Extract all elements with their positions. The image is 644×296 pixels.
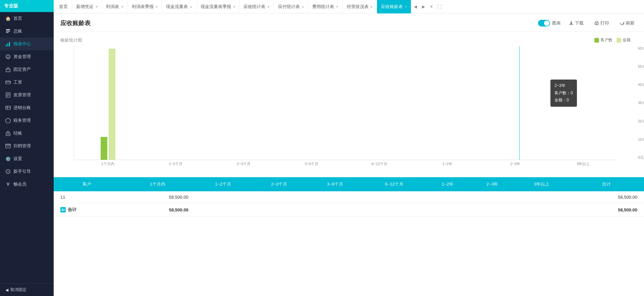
tax-icon — [5, 118, 11, 123]
svg-rect-5 — [9, 42, 10, 46]
x-label-6: 2~3年 — [481, 160, 549, 166]
sidebar-item-guide[interactable]: ? 新手引导 — [0, 165, 54, 178]
sidebar-item-invoice[interactable]: 发票管理 — [0, 89, 54, 101]
svg-rect-15 — [6, 106, 10, 109]
data-table: 客户 1个月内 1~2个月 2~3个月 3~6个月 6~12个月 1~2年 2~… — [54, 177, 644, 216]
svg-point-19 — [8, 134, 9, 135]
sidebar-item-home[interactable]: 🏠 首页 — [0, 12, 54, 25]
tab-business-stat[interactable]: 经营状况表 × — [343, 0, 377, 13]
bar-group-3 — [278, 46, 345, 160]
refresh-button[interactable]: 刷新 — [617, 19, 637, 28]
sidebar-item-asset[interactable]: 固定资产 — [0, 63, 54, 76]
tab-label-cashflow-quarter: 现金流量表季报 — [201, 4, 231, 10]
tab-receivable-stat[interactable]: 应收统计表 × — [239, 0, 274, 13]
sidebar-item-tax[interactable]: 税务管理 — [0, 114, 54, 127]
total-total: 58,500.00 — [569, 203, 644, 216]
total-m4 — [307, 203, 363, 216]
home-icon: 🏠 — [5, 16, 11, 21]
chart-toggle-wrap: 图表 — [538, 20, 561, 27]
download-icon — [569, 21, 574, 26]
x-label-1: 1~2个月 — [142, 160, 210, 166]
print-button[interactable]: 打印 — [592, 19, 612, 28]
svg-rect-27 — [596, 24, 597, 24]
x-label-3: 3~6个月 — [278, 160, 346, 166]
bar-group-0 — [74, 46, 142, 160]
sidebar-item-purchase[interactable]: 进销台账 — [0, 101, 54, 114]
total-label: 合计 — [68, 207, 76, 213]
sidebar-label-asset: 固定资产 — [13, 66, 31, 72]
svg-rect-21 — [6, 144, 10, 145]
sidebar-item-report[interactable]: 报表中心 — [0, 38, 54, 50]
cell-m8 — [515, 191, 569, 203]
th-m4: 3~6个月 — [307, 177, 363, 191]
tab-profit[interactable]: 利润表 × — [102, 0, 127, 13]
th-m8: 3年以上 — [515, 177, 569, 191]
sidebar-label-fund: 资金管理 — [13, 54, 31, 60]
tab-prev-button[interactable]: ◀ — [411, 0, 419, 13]
tab-label-profit-quarter: 利润表季报 — [132, 4, 154, 10]
sidebar-item-archive[interactable]: 归档管理 — [0, 140, 54, 152]
tab-expense-stat[interactable]: 费用统计表 × — [308, 0, 342, 13]
close-icon[interactable]: × — [336, 5, 338, 9]
sidebar-item-fund[interactable]: ¥ 资金管理 — [0, 50, 54, 63]
sidebar: 专业版 🏠 首页 总账 报表中心 ¥ 资金管理 固定资产 工资 — [0, 0, 54, 296]
tab-profit-quarter[interactable]: 利润表季报 × — [128, 0, 162, 13]
tab-close-all-button[interactable]: ✕ — [427, 0, 435, 13]
x-label-4: 6~12个月 — [345, 160, 414, 166]
svg-rect-26 — [596, 23, 598, 24]
bar-amount-0[interactable] — [109, 49, 115, 160]
unpin-label: 取消固定 — [10, 287, 26, 293]
unpin-sidebar-button[interactable]: ◀ 取消固定 — [0, 283, 54, 296]
close-icon[interactable]: × — [371, 5, 373, 9]
close-icon[interactable]: × — [302, 5, 304, 9]
refresh-icon — [620, 21, 625, 26]
total-m2 — [195, 203, 251, 216]
tab-cashflow-quarter[interactable]: 现金流量表季报 × — [197, 0, 239, 13]
cell-m2 — [195, 191, 251, 203]
sidebar-item-salary[interactable]: 工资 — [0, 76, 54, 89]
app-logo: 专业版 — [0, 0, 54, 12]
total-icon: Ai — [60, 207, 66, 212]
close-icon[interactable]: × — [405, 5, 407, 9]
tab-label-receivable-aging: 应收账龄表 — [381, 4, 403, 10]
chart-area: 2~3年 客户数：0 金额：0 — [74, 46, 617, 160]
close-icon[interactable]: × — [121, 5, 123, 9]
close-icon[interactable]: × — [96, 5, 98, 9]
sidebar-item-member[interactable]: V 畅会员 — [0, 178, 54, 191]
sidebar-item-ledger[interactable]: 总账 — [0, 25, 54, 38]
bars-container — [74, 46, 617, 160]
bar-group-4 — [346, 46, 414, 160]
close-icon[interactable]: × — [267, 5, 269, 9]
page-header: 应收账龄表 图表 下载 打印 刷新 — [54, 13, 644, 32]
tab-label-voucher: 新增凭证 — [76, 4, 94, 10]
tab-next-button[interactable]: ▶ — [419, 0, 427, 13]
tab-cashflow[interactable]: 现金流量表 × — [162, 0, 196, 13]
tab-receivable-aging[interactable]: 应收账龄表 × — [377, 0, 411, 13]
bar-group-2 — [210, 46, 278, 160]
bar-customer-0[interactable] — [101, 137, 107, 160]
cell-m1: 58,500.00 — [120, 191, 195, 203]
tab-home[interactable]: 首页 — [55, 0, 72, 13]
svg-rect-1 — [6, 31, 10, 32]
download-button[interactable]: 下载 — [566, 19, 586, 28]
close-icon[interactable]: × — [233, 5, 235, 9]
cell-m7 — [470, 191, 515, 203]
th-total: 合计 — [569, 177, 644, 191]
close-icon[interactable]: × — [190, 5, 192, 9]
close-icon[interactable]: × — [156, 5, 158, 9]
cell-m3 — [251, 191, 307, 203]
print-icon — [594, 21, 599, 26]
th-m5: 6~12个月 — [363, 177, 425, 191]
sidebar-item-settings[interactable]: ⚙️ 设置 — [0, 152, 54, 165]
tab-voucher[interactable]: 新增凭证 × — [72, 0, 102, 13]
tab-payable-stat[interactable]: 应付统计表 × — [274, 0, 308, 13]
tab-maximize-button[interactable]: ⛶ — [435, 0, 443, 13]
sidebar-item-closing[interactable]: 结账 — [0, 127, 54, 140]
chart-toggle[interactable] — [538, 20, 550, 27]
tab-label-home: 首页 — [59, 4, 68, 10]
x-axis: 1个月内 1~2个月 2~3个月 3~6个月 6~12个月 1~2年 2~3年 … — [74, 160, 617, 166]
tab-bar: 首页 新增凭证 × 利润表 × 利润表季报 × 现金流量表 × 现金流量表季报 … — [54, 0, 644, 13]
x-label-2: 2~3个月 — [210, 160, 278, 166]
sidebar-label-invoice: 发票管理 — [13, 92, 31, 98]
bar-group-6 — [481, 46, 549, 160]
